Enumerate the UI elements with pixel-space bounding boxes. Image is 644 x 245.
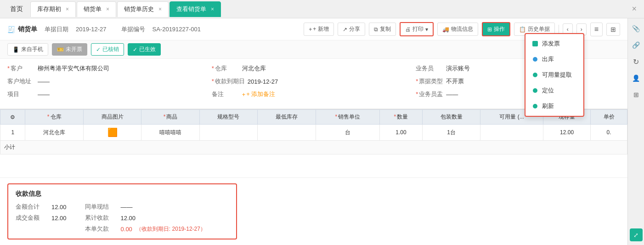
col-product: 商品 (141, 110, 199, 125)
print-icon: 🖨 (405, 26, 411, 33)
cell-warehouse: 河北仓库 (25, 125, 83, 141)
project-label: 项目 (7, 90, 35, 98)
tab-view-sales-label: 查看销货单 (176, 5, 206, 13)
address-label: 客户地址 (7, 77, 35, 85)
available-qty-label: 可用量提取 (542, 71, 572, 79)
available-qty-icon (532, 72, 538, 78)
outbound-label: 出库 (542, 55, 554, 63)
subtotal-label: 小计 (0, 141, 627, 154)
tab-view-sales[interactable]: 查看销货单 × (169, 1, 221, 17)
customer-field: 客户 柳州粤港平安气体有限公司 (7, 64, 212, 73)
warehouse-value: 河北仓库 (242, 64, 266, 73)
transaction-amount-value: 12.00 (51, 215, 67, 222)
from-phone-button[interactable]: 📱 来自手机 (7, 43, 48, 56)
grid-icon: ⊞ (487, 26, 492, 33)
payment-col-right: 同单现结 —— 累计收款 12.00 本单欠款 0.00 （收款到期日: 201… (85, 203, 206, 233)
current-arrears-row: 本单欠款 0.00 （收款到期日: 2019-12-27） (85, 225, 206, 233)
address-value: —— (38, 78, 50, 85)
address-field: 客户地址 —— (7, 77, 212, 85)
col-pack-qty: 包装数量 (422, 110, 480, 125)
transaction-amount-row: 成交金额 12.00 (16, 214, 67, 222)
window-close-button[interactable]: × (628, 4, 640, 14)
effective-button[interactable]: ✓ 已生效 (128, 43, 161, 56)
doc-title-icon: 🧾 (7, 26, 15, 33)
tab-view-sales-close[interactable]: × (211, 6, 214, 12)
tab-sales-history-close[interactable]: × (158, 6, 162, 12)
tab-sales[interactable]: 销货单 × (77, 1, 116, 17)
project-value: —— (38, 91, 50, 98)
cell-spec (199, 125, 257, 141)
dropdown-item-locate[interactable]: 定位 (525, 83, 583, 98)
payment-info-title: 收款信息 (16, 190, 229, 198)
doc-title: 🧾 销货单 (7, 25, 37, 34)
cell-current-stock: 12.00 (543, 125, 591, 141)
operations-button[interactable]: ⊞ 操作 (482, 22, 510, 36)
list-view-button[interactable]: ≡ (590, 23, 603, 36)
dropdown-item-outbound[interactable]: 出库 (525, 51, 583, 67)
logistics-button[interactable]: 🚚 物流信息 (437, 23, 478, 36)
share-button[interactable]: ↗ 分享 (338, 23, 365, 36)
dropdown-item-refresh[interactable]: 刷新 (525, 98, 583, 114)
cell-unit-price: 0. (591, 125, 627, 141)
cell-product-img: 🟧 (83, 125, 141, 141)
truck-icon: 🚚 (442, 26, 449, 33)
outbound-icon (532, 56, 538, 63)
sidebar-user-icon[interactable]: 👤 (630, 72, 643, 85)
total-amount-row: 金额合计 12.00 (16, 203, 67, 211)
data-table-container: ⚙ 仓库 商品图片 商品 规格型号 最低库存 销售单位 数量 包装数量 可用量 … (0, 109, 627, 177)
dropdown-item-add-invoice[interactable]: 添发票 (525, 36, 583, 51)
customer-value: 柳州粤港平安气体有限公司 (38, 64, 109, 73)
circle-cyan-icon-2 (533, 88, 537, 93)
dropdown-item-available-qty[interactable]: 可用量提取 (525, 67, 583, 83)
print-dropdown-icon: ▾ (425, 26, 428, 33)
note-field: 备注 + + 添加备注 (212, 90, 416, 98)
sidebar-expand-icon[interactable]: ⤢ (630, 228, 643, 241)
tab-home[interactable]: 首页 (4, 1, 29, 17)
staff-field: 业务员 演示账号 (416, 64, 620, 73)
confirm-button[interactable]: ✓ 已核销 (91, 43, 124, 56)
plus-icon: + (242, 91, 246, 98)
staff-label: 业务员 (416, 64, 443, 73)
doc-title-text: 销货单 (18, 25, 37, 34)
ticket-icon: 🎫 (57, 46, 64, 53)
not-open-button[interactable]: 🎫 未开票 (52, 43, 87, 56)
tab-inventory[interactable]: 库存期初 × (30, 1, 76, 17)
sidebar-attachment-icon[interactable]: 📎 (630, 22, 643, 35)
accumulated-collection-label: 累计收款 (85, 214, 117, 222)
tab-inventory-close[interactable]: × (66, 6, 69, 12)
add-note-button[interactable]: + + 添加备注 (242, 90, 276, 98)
new-button[interactable]: + + 新增 (304, 23, 333, 36)
sidebar-link-icon[interactable]: 🔗 (630, 39, 643, 51)
print-button[interactable]: 🖨 打印 ▾ (400, 22, 434, 36)
payment-date-value: 2019-12-27 (248, 78, 278, 85)
ticket-type-label: 票据类型 (416, 77, 443, 85)
sidebar-table-icon[interactable]: ⊞ (630, 88, 643, 101)
col-warehouse: 仓库 (25, 110, 83, 125)
sales-staff-value: —— (446, 91, 458, 98)
tab-bar: 首页 库存期初 × 销货单 × 销货单历史 × 查看销货单 × × (0, 0, 644, 18)
col-spec: 规格型号 (199, 110, 257, 125)
doc-date-value: 2019-12-27 (76, 26, 107, 33)
attachment-icon: 📎 (632, 25, 640, 32)
current-arrears-value: 0.00 (121, 226, 132, 233)
payment-date-label: 收款到期日 (212, 77, 245, 85)
locate-label: 定位 (542, 86, 554, 95)
arrears-note: （收款到期日: 2019-12-27） (136, 225, 206, 233)
total-amount-value: 12.00 (51, 204, 67, 211)
grid-view-button[interactable]: ⊞ (606, 23, 620, 36)
square-icon (532, 41, 538, 46)
copy-button[interactable]: ⧉ 复制 (369, 23, 396, 36)
tab-sales-close[interactable]: × (106, 6, 109, 12)
col-gear[interactable]: ⚙ (0, 110, 25, 125)
same-order-settlement-label: 同单现结 (85, 203, 117, 211)
sidebar-refresh-icon[interactable]: ↻ (630, 55, 643, 68)
doc-number-label: 单据编号 (121, 25, 145, 34)
refresh-label: 刷新 (542, 102, 554, 110)
user-icon: 👤 (632, 74, 640, 82)
tab-sales-history[interactable]: 销货单历史 × (117, 1, 169, 17)
payment-rows: 金额合计 12.00 成交金额 12.00 同单现结 —— (16, 203, 229, 233)
circle-cyan-icon-1 (533, 73, 537, 77)
cell-row-num: 1 (0, 125, 25, 141)
cell-min-stock (258, 125, 316, 141)
table-icon: ⊞ (633, 91, 639, 98)
